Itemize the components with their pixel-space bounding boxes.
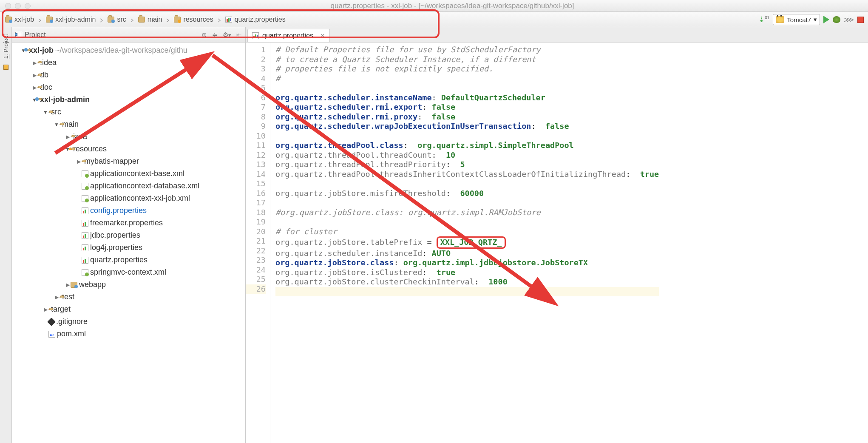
code-line[interactable]: # for cluster	[275, 227, 659, 237]
tree-node-config.properties[interactable]: config.properties	[12, 204, 245, 217]
code-line[interactable]: org.quartz.scheduler.instanceName: Defau…	[275, 93, 659, 103]
webapp-folder-icon	[71, 282, 77, 288]
code-line[interactable]: org.quartz.threadPool.threadsInheritCont…	[275, 170, 659, 179]
expand-arrow[interactable]: ▶	[31, 85, 37, 91]
expand-arrow[interactable]: ▶	[54, 294, 60, 300]
code-line[interactable]	[275, 83, 659, 93]
code-line[interactable]	[275, 198, 659, 208]
tab-quartz-properties[interactable]: quartz.properties ✕	[247, 29, 330, 42]
tree-node-java[interactable]: ▶java	[12, 131, 245, 143]
expand-arrow[interactable]: ▶	[43, 307, 48, 312]
expand-arrow[interactable]: ▶	[65, 282, 71, 288]
code-line[interactable]: org.quartz.threadPool.threadPriority: 5	[275, 160, 659, 170]
code-line[interactable]: # to create a Quartz Scheduler Instance,…	[275, 55, 659, 65]
collapse-tree-icon[interactable]: ⊕	[201, 31, 207, 39]
code-line[interactable]	[275, 287, 659, 297]
line-number: 14	[246, 170, 266, 179]
max-dot[interactable]	[25, 3, 31, 9]
code-line[interactable]: org.quartz.jobStore.tablePrefix = XXL_JO…	[275, 236, 659, 249]
code-line[interactable]: org.quartz.scheduler.rmi.export: false	[275, 102, 659, 112]
tree-node-log4j.properties[interactable]: log4j.properties	[12, 241, 245, 254]
tree-node-doc[interactable]: ▶doc	[12, 81, 245, 94]
tree-node-pom.xml[interactable]: mpom.xml	[12, 328, 245, 340]
scroll-icon[interactable]: ≑	[212, 31, 218, 39]
tree-node-applicationcontext-database.xml[interactable]: applicationcontext-database.xml	[12, 180, 245, 192]
code-line[interactable]: org.quartz.threadPool.class: org.quartz.…	[275, 141, 659, 151]
line-number: 23	[246, 256, 266, 265]
tree-node-xxl-job[interactable]: ▼xxl-job~/workspaces/idea-git-workspace/…	[12, 44, 245, 57]
tree-node-target[interactable]: ▶target	[12, 303, 245, 315]
tree-node-main[interactable]: ▼main	[12, 118, 245, 131]
run-button[interactable]	[823, 16, 829, 23]
code-line[interactable]: #	[275, 74, 659, 84]
code-line[interactable]	[275, 131, 659, 141]
tree-node-applicationcontext-xxl-job.xml[interactable]: applicationcontext-xxl-job.xml	[12, 192, 245, 204]
breadcrumb-src[interactable]: src	[105, 14, 128, 25]
code-line[interactable]: org.quartz.jobStore.isClustered: true	[275, 268, 659, 278]
expand-arrow[interactable]: ▶	[31, 72, 37, 78]
code-line[interactable]: org.quartz.scheduler.instanceId: AUTO	[275, 249, 659, 258]
download-icon[interactable]: ⇣01	[758, 15, 769, 24]
tree-node-resources[interactable]: ▼resources	[12, 143, 245, 155]
close-dot[interactable]	[5, 3, 11, 9]
debug-button[interactable]	[833, 16, 840, 23]
window-title: quartz.properties - xxl-job - [~/workspa…	[37, 2, 868, 10]
window-controls[interactable]	[5, 3, 31, 9]
tree-node-jdbc.properties[interactable]: jdbc.properties	[12, 229, 245, 241]
code-line[interactable]	[275, 179, 659, 189]
tree-node-.idea[interactable]: ▶.idea	[12, 57, 245, 69]
line-number: 15	[246, 179, 266, 189]
run-config-dropdown[interactable]: Tomcat7 ▾	[773, 14, 820, 25]
line-number: 2	[246, 55, 266, 65]
line-number: 4	[246, 74, 266, 84]
structure-tool-icon[interactable]	[3, 65, 9, 70]
code-line[interactable]: org.quartz.jobStore.class: org.quartz.im…	[275, 258, 659, 268]
code-line[interactable]: org.quartz.scheduler.rmi.proxy: false	[275, 112, 659, 122]
folder-icon	[108, 17, 114, 23]
code-line[interactable]	[275, 217, 659, 227]
line-number: 16	[246, 189, 266, 199]
properties-file-icon	[82, 232, 88, 239]
project-tree[interactable]: ▼xxl-job~/workspaces/idea-git-workspace/…	[12, 43, 245, 344]
hide-icon[interactable]: ⇤	[236, 31, 242, 39]
coverage-icon[interactable]: ⋙	[844, 15, 854, 24]
code-line[interactable]: #org.quartz.jobStore.class: org.quartz.s…	[275, 208, 659, 218]
expand-arrow[interactable]: ▶	[65, 134, 71, 140]
close-icon[interactable]: ✕	[320, 32, 325, 39]
code-line[interactable]: org.quartz.threadPool.threadCount: 10	[275, 151, 659, 160]
gear-icon[interactable]: ⚙▾	[223, 31, 231, 39]
code-line[interactable]: # Default Properties file for use by Std…	[275, 45, 659, 55]
expand-arrow[interactable]: ▼	[54, 122, 60, 128]
tree-node-test[interactable]: ▶test	[12, 291, 245, 303]
breadcrumb-resources[interactable]: resources	[171, 14, 216, 25]
tree-node-freemarker.properties[interactable]: freemarker.properties	[12, 217, 245, 229]
code-editor[interactable]: 1234567891011121314151617181920212223242…	[246, 43, 868, 443]
source-folder-icon	[71, 136, 71, 137]
chevron-right-icon	[130, 17, 134, 22]
code-line[interactable]: org.quartz.jobStore.misfireThreshold: 60…	[275, 189, 659, 199]
breadcrumb-quartz.properties[interactable]: quartz.properties	[223, 14, 288, 25]
code-line[interactable]: # properties file is not explicitly spec…	[275, 64, 659, 74]
min-dot[interactable]	[15, 3, 21, 9]
tree-node-xxl-job-admin[interactable]: ▼xxl-job-admin	[12, 94, 245, 106]
tree-node-mybatis-mapper[interactable]: ▶mybatis-mapper	[12, 155, 245, 168]
expand-arrow[interactable]: ▶	[31, 60, 37, 66]
breadcrumb-main[interactable]: main	[136, 14, 165, 25]
expand-arrow[interactable]: ▶	[76, 159, 82, 165]
tree-node-.gitignore[interactable]: .gitignore	[12, 315, 245, 328]
breadcrumb-xxl-job-admin[interactable]: xxl-job-admin	[43, 14, 98, 25]
run-toolbar: ⇣01 Tomcat7 ▾ ⋙	[758, 12, 864, 27]
breadcrumb-xxl-job[interactable]: xxl-job	[3, 14, 37, 25]
tree-node-webapp[interactable]: ▶webapp	[12, 278, 245, 291]
tree-node-db[interactable]: ▶db	[12, 69, 245, 81]
tree-node-src[interactable]: ▼src	[12, 106, 245, 118]
code-line[interactable]: org.quartz.jobStore.clusterCheckinInterv…	[275, 277, 659, 287]
expand-arrow[interactable]: ▼	[43, 109, 48, 115]
tree-node-applicationcontext-base.xml[interactable]: applicationcontext-base.xml	[12, 168, 245, 180]
stop-button[interactable]	[857, 17, 864, 23]
code-line[interactable]: org.quartz.scheduler.wrapJobExecutionInU…	[275, 122, 659, 131]
line-number: 6	[246, 93, 266, 103]
tree-node-quartz.properties[interactable]: quartz.properties	[12, 254, 245, 266]
tree-node-springmvc-context.xml[interactable]: springmvc-context.xml	[12, 266, 245, 278]
project-tool-tab[interactable]: 1: Project	[3, 31, 9, 61]
